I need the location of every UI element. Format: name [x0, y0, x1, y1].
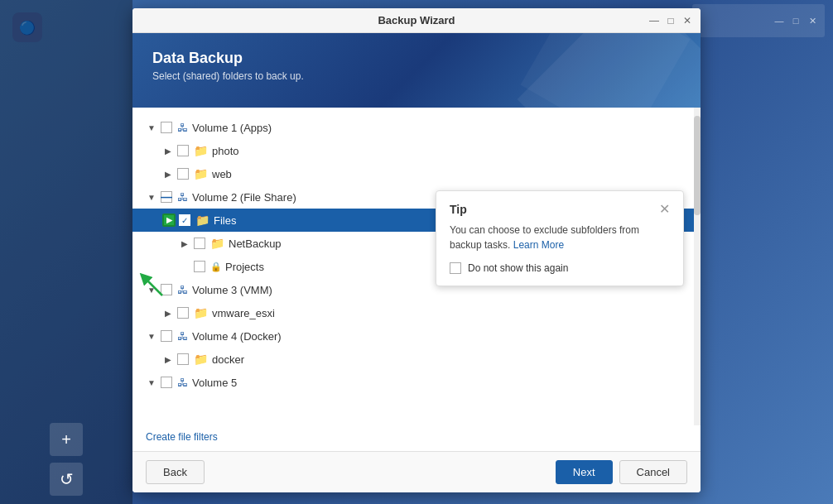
item-label-vmware: vmware_esxi [212, 307, 275, 319]
tip-popup: Tip ✕ You can choose to exclude subfolde… [436, 190, 684, 286]
folder-icon-docker: 📁 [194, 353, 208, 366]
bg-window-controls: — □ ✕ [692, 4, 825, 37]
item-label-vol2: Volume 2 (File Share) [192, 191, 296, 204]
tip-checkbox-label: Do not show this again [468, 262, 568, 274]
checkbox-vmware[interactable] [177, 307, 189, 319]
wizard-subtitle: Select (shared) folders to back up. [152, 70, 681, 82]
bg-minimize-icon[interactable]: — [773, 15, 785, 26]
item-label-photo: photo [212, 145, 239, 157]
checkbox-web[interactable] [177, 168, 189, 180]
tree-item-photo[interactable]: ▶ 📁 photo [132, 139, 701, 162]
tree-item-vol1[interactable]: ▼ 🖧 Volume 1 (Apps) [132, 116, 701, 139]
tree-item-vmware[interactable]: ▶ 📁 vmware_esxi [132, 301, 701, 324]
expand-icon-vol3[interactable]: ▼ [146, 284, 157, 295]
tip-do-not-show-row: Do not show this again [450, 262, 670, 274]
tip-header: Tip ✕ [450, 203, 670, 216]
checkbox-vol4[interactable] [161, 330, 172, 342]
expand-icon-vol2[interactable]: ▼ [146, 191, 157, 203]
checkbox-vol5[interactable] [161, 377, 172, 388]
item-label-docker: docker [212, 353, 244, 366]
checkbox-netbackup[interactable] [194, 238, 205, 249]
wizard-window: Backup Wizard — □ ✕ Data Backup Select (… [132, 8, 701, 492]
drive-icon-vol5: 🖧 [177, 377, 188, 389]
close-button[interactable]: ✕ [681, 14, 694, 27]
bg-maximize-icon[interactable]: □ [790, 15, 802, 26]
wizard-header: Data Backup Select (shared) folders to b… [132, 33, 701, 108]
folder-icon-vmware: 📁 [194, 306, 208, 319]
drive-icon-vol4: 🖧 [177, 330, 188, 343]
tip-text: You can choose to exclude subfolders fro… [450, 223, 670, 252]
bg-close-icon[interactable]: ✕ [807, 15, 818, 26]
scrollbar-track[interactable] [694, 108, 701, 425]
tip-title: Tip [450, 203, 467, 216]
tip-close-button[interactable]: ✕ [659, 203, 670, 216]
expand-icon-web[interactable]: ▶ [162, 168, 174, 180]
expand-icon-docker[interactable]: ▶ [162, 353, 174, 365]
folder-icon-web: 📁 [194, 167, 208, 180]
history-button[interactable]: ↺ [50, 463, 83, 496]
item-label-vol1: Volume 1 (Apps) [192, 122, 272, 134]
drive-icon-vol1: 🖧 [177, 122, 188, 134]
tip-learn-more-link[interactable]: Learn More [513, 239, 564, 251]
item-label-files: Files [214, 214, 236, 227]
checkbox-vol2[interactable]: — [161, 191, 172, 203]
checkbox-files[interactable]: ✓ [179, 214, 190, 226]
tree-item-vol5[interactable]: ▼ 🖧 Volume 5 [132, 371, 701, 394]
tree-item-vol4[interactable]: ▼ 🖧 Volume 4 (Docker) [132, 324, 701, 348]
wizard-footer: Back Next Cancel [132, 451, 701, 492]
scrollbar-thumb[interactable] [694, 116, 701, 215]
expand-icon-files[interactable]: ▶ [162, 214, 176, 227]
wizard-title: Data Backup [152, 50, 681, 67]
item-label-vol5: Volume 5 [192, 377, 237, 389]
item-label-vol4: Volume 4 (Docker) [192, 330, 282, 343]
checkbox-vol1[interactable] [161, 122, 172, 133]
next-button[interactable]: Next [556, 460, 613, 484]
tip-checkbox[interactable] [450, 262, 461, 274]
expand-icon-vol1[interactable]: ▼ [146, 122, 157, 133]
tree-item-web[interactable]: ▶ 📁 web [132, 162, 701, 185]
folder-icon-files: 📁 [195, 214, 209, 227]
expand-icon-netbackup[interactable]: ▶ [179, 238, 190, 249]
checkbox-projects[interactable] [194, 261, 205, 272]
checkbox-docker[interactable] [177, 353, 189, 365]
item-label-web: web [212, 168, 232, 180]
checkbox-vol3[interactable] [161, 284, 172, 295]
item-label-projects: Projects [225, 261, 264, 273]
drive-icon-vol3: 🖧 [177, 284, 188, 296]
expand-icon-vol5[interactable]: ▼ [146, 377, 157, 388]
minimize-button[interactable]: — [648, 14, 661, 27]
add-button[interactable]: + [50, 423, 83, 456]
window-controls: — □ ✕ [648, 14, 694, 27]
window-title: Backup Wizard [378, 14, 455, 26]
lock-icon-projects: 🔒 [210, 262, 222, 272]
tree-item-docker[interactable]: ▶ 📁 docker [132, 348, 701, 371]
expand-icon-vol4[interactable]: ▼ [146, 330, 157, 342]
item-label-vol3: Volume 3 (VMM) [192, 284, 272, 296]
back-button[interactable]: Back [146, 460, 205, 484]
maximize-button[interactable]: □ [664, 14, 677, 27]
taskbar: + ↺ [0, 0, 132, 504]
cancel-button[interactable]: Cancel [619, 460, 687, 484]
create-filters-area: Create file filters [132, 425, 701, 451]
folder-icon-netbackup: 📁 [210, 237, 224, 250]
expand-icon-vmware[interactable]: ▶ [162, 307, 174, 319]
item-label-netbackup: NetBackup [229, 238, 282, 250]
expand-icon-photo[interactable]: ▶ [162, 145, 174, 156]
drive-icon-vol2: 🖧 [177, 191, 188, 204]
checkbox-photo[interactable] [177, 145, 189, 156]
footer-right-buttons: Next Cancel [556, 460, 687, 484]
folder-icon-photo: 📁 [194, 144, 208, 157]
titlebar: Backup Wizard — □ ✕ [132, 8, 701, 33]
create-filters-link[interactable]: Create file filters [146, 431, 218, 443]
